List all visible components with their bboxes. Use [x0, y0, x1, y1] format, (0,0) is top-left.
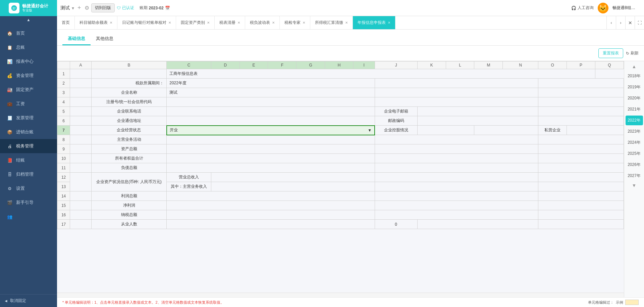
cell-6a[interactable]: [70, 116, 92, 126]
tab-close-journal[interactable]: ✕: [168, 21, 171, 25]
sidebar-item-close[interactable]: 📕 结账: [0, 153, 57, 167]
year-item-2027[interactable]: 2027年: [626, 171, 643, 181]
tab-close-all-btn[interactable]: ✕: [625, 16, 635, 30]
cell-10a[interactable]: [70, 154, 92, 163]
col-h[interactable]: H: [325, 61, 354, 69]
year-item-2020[interactable]: 2020年: [626, 93, 643, 103]
cell-9a[interactable]: [70, 144, 92, 154]
tab-close-taxexpert[interactable]: ✕: [303, 21, 305, 25]
sidebar-item-extra[interactable]: 👥: [0, 210, 57, 224]
sidebar-item-archive[interactable]: 🗄 归档管理: [0, 167, 57, 181]
reset-report-btn[interactable]: 重置报表: [598, 48, 623, 58]
tab-aux-balance[interactable]: 科目辅助余额表 ✕: [75, 16, 117, 30]
add-tab-btn[interactable]: +: [76, 4, 83, 11]
col-c[interactable]: C: [167, 61, 211, 69]
year-item-2023[interactable]: 2023年: [626, 127, 643, 136]
cell-15c[interactable]: [167, 201, 375, 210]
sidebar-item-settings[interactable]: ⚙ 设置: [0, 181, 57, 195]
cell-2c[interactable]: 2022年度: [167, 79, 375, 88]
sidebar-item-guide[interactable]: 🎬 新手引导: [0, 195, 57, 210]
year-item-2021[interactable]: 2021年: [626, 104, 643, 114]
cell-17a[interactable]: [70, 220, 92, 229]
sidebar-item-home[interactable]: 🏠 首页: [0, 26, 57, 40]
tab-tax-expert[interactable]: 税检专家 ✕: [280, 16, 310, 30]
refresh-btn[interactable]: ↻ 刷新: [626, 50, 639, 56]
dropdown-arrow-icon[interactable]: ▾: [72, 5, 74, 11]
col-e[interactable]: E: [239, 61, 268, 69]
col-p[interactable]: P: [567, 61, 595, 69]
year-nav-down[interactable]: ▼: [626, 181, 643, 189]
sidebar-item-ledger[interactable]: 📋 总账: [0, 40, 57, 54]
year-item-2018[interactable]: 2018年: [626, 71, 643, 81]
cell-7a[interactable]: [70, 126, 92, 135]
cell-11a[interactable]: [70, 163, 92, 173]
tab-home[interactable]: 首页: [57, 16, 75, 30]
tab-close-aux[interactable]: ✕: [110, 21, 112, 25]
cell-5a[interactable]: [70, 107, 92, 116]
col-a[interactable]: A: [70, 61, 92, 69]
tab-close-asset[interactable]: ✕: [207, 21, 210, 25]
cell-16c[interactable]: [167, 210, 375, 220]
col-l[interactable]: L: [446, 61, 474, 69]
sidebar-item-asset[interactable]: 🏭 固定资产: [0, 83, 57, 97]
col-d[interactable]: D: [211, 61, 239, 69]
cell-9c[interactable]: [167, 144, 375, 154]
year-nav-up[interactable]: ▲: [626, 62, 643, 71]
tab-next-btn[interactable]: ›: [616, 16, 625, 30]
col-m[interactable]: M: [474, 61, 503, 69]
cell-4a[interactable]: [70, 97, 92, 107]
cell-7c-dropdown[interactable]: 开业 ▼: [167, 126, 375, 135]
cell-8c[interactable]: [167, 135, 375, 144]
cell-1a[interactable]: [70, 69, 92, 79]
cell-7k[interactable]: [417, 126, 474, 135]
sidebar-item-report[interactable]: 📊 报表中心: [0, 54, 57, 69]
cell-14a[interactable]: [70, 191, 92, 201]
cell-4c[interactable]: [167, 97, 375, 107]
tab-close-taxburden[interactable]: ✕: [272, 21, 275, 25]
cell-5k[interactable]: [417, 107, 538, 116]
sidebar-item-invoice[interactable]: 🧾 发票管理: [0, 111, 57, 125]
sidebar-scroll-up[interactable]: ▲: [0, 16, 57, 24]
col-j[interactable]: J: [375, 61, 417, 69]
cell-5c[interactable]: [167, 107, 375, 116]
col-g[interactable]: G: [297, 61, 325, 69]
col-q[interactable]: Q: [595, 61, 624, 69]
year-item-2025[interactable]: 2025年: [626, 149, 643, 159]
pin-btn[interactable]: ◄ 取消固定: [4, 298, 53, 304]
cell-16a[interactable]: [70, 210, 92, 220]
tab-close-annual[interactable]: ✕: [388, 21, 390, 25]
cell-17c[interactable]: [167, 220, 375, 229]
year-item-2024[interactable]: 2024年: [626, 138, 643, 147]
sidebar-item-salary[interactable]: 💼 工资: [0, 97, 57, 111]
cell-14c[interactable]: [167, 191, 375, 201]
tab-income-tax[interactable]: 所得税汇算清缴 ✕: [310, 16, 353, 30]
cell-2a[interactable]: [70, 79, 92, 88]
tab-prev-btn[interactable]: ‹: [606, 16, 616, 30]
tab-annual-report[interactable]: 年报信息申报表 ✕: [353, 16, 395, 30]
cell-3c[interactable]: 测试: [167, 88, 375, 97]
consult-btn[interactable]: 🎧 人工咨询: [571, 5, 594, 11]
cell-8a[interactable]: [70, 135, 92, 144]
cell-6k[interactable]: [417, 116, 538, 126]
cell-3a[interactable]: [70, 88, 92, 97]
tab-tax-return[interactable]: 税表清册 ✕: [215, 16, 245, 30]
settings-icon[interactable]: ⚙: [85, 5, 89, 11]
sidebar-item-purchase[interactable]: 📦 进销台账: [0, 125, 57, 139]
cell-6c[interactable]: [167, 116, 375, 126]
col-b[interactable]: B: [91, 61, 166, 69]
col-i[interactable]: I: [353, 61, 375, 69]
cell-13d[interactable]: [211, 182, 375, 191]
col-n[interactable]: N: [503, 61, 538, 69]
cell-15a[interactable]: [70, 201, 92, 210]
tab-close-incometax[interactable]: ✕: [345, 21, 348, 25]
sidebar-item-fund[interactable]: 💰 资金管理: [0, 69, 57, 83]
sub-tab-other[interactable]: 其他信息: [91, 33, 119, 45]
sidebar-item-tax[interactable]: 🖨 税务管理: [0, 139, 57, 153]
tab-asset-type[interactable]: 固定资产类别 ✕: [176, 16, 215, 30]
year-item-2019[interactable]: 2019年: [626, 82, 643, 92]
tab-maximize-btn[interactable]: ⛶: [635, 16, 644, 30]
year-item-2026[interactable]: 2026年: [626, 160, 643, 170]
calendar-icon[interactable]: 📅: [165, 6, 170, 10]
h-scroll[interactable]: [57, 293, 624, 297]
col-f[interactable]: F: [268, 61, 297, 69]
